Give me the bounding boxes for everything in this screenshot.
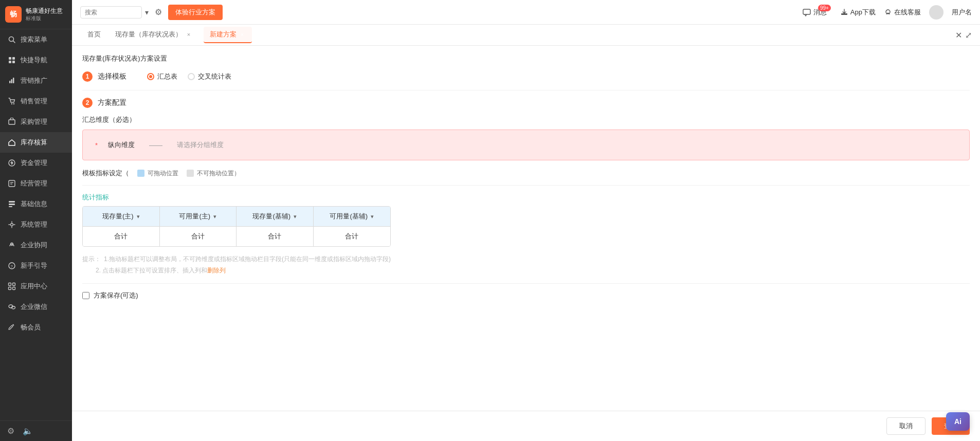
- sidebar-item-marketing[interactable]: 营销推广: [0, 70, 72, 91]
- stats-th-2-dropdown[interactable]: ▾: [294, 213, 297, 220]
- section2-number: 2: [82, 98, 93, 108]
- sidebar-item-warehouse[interactable]: 库存核算: [0, 132, 72, 153]
- tip-2-text: 2. 点击标题栏下拉可设置排序、插入列和删除列: [96, 265, 226, 277]
- stats-th-0-dropdown[interactable]: ▾: [137, 213, 140, 220]
- sidebar-marketing-label: 营销推广: [21, 76, 47, 85]
- sidebar-item-enterprise[interactable]: 企业协同: [0, 235, 72, 255]
- sidebar-guide-label: 新手引导: [21, 261, 47, 270]
- topbar-dropdown-btn[interactable]: ▾: [145, 8, 149, 16]
- sidebar-warehouse-label: 库存核算: [21, 138, 47, 147]
- radio-cross[interactable]: 交叉统计表: [188, 72, 231, 81]
- svg-rect-13: [9, 180, 15, 187]
- sidebar-item-member[interactable]: 畅会员: [0, 317, 72, 338]
- settings-footer-icon[interactable]: ⚙: [7, 426, 14, 436]
- stats-th-0-label: 现存量(主): [102, 212, 134, 221]
- svg-rect-18: [9, 206, 12, 207]
- sidebar-item-quicknav[interactable]: 快捷导航: [0, 50, 72, 70]
- sidebar-item-sales[interactable]: 销售管理: [0, 91, 72, 112]
- svg-point-19: [11, 224, 13, 226]
- quicknav-icon: [7, 56, 16, 65]
- online-support-btn[interactable]: 在线客服: [884, 8, 921, 17]
- sidebar-enterprise-label: 企业协同: [21, 241, 47, 250]
- tabbar: 首页 现存量（库存状况表） × 新建方案 × ✕ ⤢: [72, 25, 980, 46]
- app-logo-icon: 畅: [5, 6, 22, 23]
- stats-th-1-label: 可用量(主): [179, 212, 210, 221]
- tip-1-text: 1.拖动标题栏可以调整布局，不可跨维度或指标区域拖动栏目字段(只能在同一维度或指…: [104, 254, 391, 265]
- non-draggable-box: [187, 170, 194, 177]
- stats-section-title: 统计指标: [82, 193, 970, 202]
- tab-new-plan-close[interactable]: ×: [239, 31, 246, 38]
- topbar-gear-icon[interactable]: ⚙: [155, 7, 162, 17]
- ai-float-button[interactable]: Ai: [946, 412, 970, 431]
- svg-rect-17: [9, 204, 15, 205]
- sidebar-item-management[interactable]: 经营管理: [0, 173, 72, 194]
- sidebar-member-label: 畅会员: [21, 323, 41, 332]
- guide-icon: ?: [7, 261, 16, 270]
- app-download-label: App下载: [850, 8, 876, 17]
- app-download-btn[interactable]: App下载: [840, 8, 876, 17]
- tab-inventory-close[interactable]: ×: [185, 31, 192, 38]
- svg-rect-29: [803, 9, 810, 14]
- message-badge: 99+: [818, 5, 831, 11]
- section-template: 1 选择模板 汇总表 交叉统计表: [82, 71, 970, 82]
- sidebar-basic-info-label: 基础信息: [21, 199, 47, 209]
- svg-rect-2: [9, 57, 11, 60]
- tips-area: 提示： 1.拖动标题栏可以调整布局，不可跨维度或指标区域拖动栏目字段(只能在同一…: [82, 254, 970, 276]
- content-area: 现存量(库存状况表)方案设置 1 选择模板 汇总表 交叉统计表: [72, 46, 980, 411]
- audio-footer-icon[interactable]: 🔈: [23, 426, 33, 436]
- tab-inventory[interactable]: 现存量（库存状况表） ×: [108, 25, 199, 45]
- stats-th-1-dropdown[interactable]: ▾: [213, 213, 216, 220]
- sidebar-item-search[interactable]: 搜索菜单: [0, 29, 72, 50]
- sidebar-item-purchase[interactable]: 采购管理: [0, 112, 72, 132]
- member-icon: [7, 323, 16, 332]
- tab-expand-btn[interactable]: ⤢: [965, 30, 972, 40]
- sidebar-item-finance[interactable]: 资金管理: [0, 153, 72, 173]
- radio-summary[interactable]: 汇总表: [147, 72, 177, 81]
- bottom-bar: 取消 查询: [72, 411, 980, 441]
- cancel-button[interactable]: 取消: [886, 417, 925, 435]
- section2-header: 2 方案配置: [82, 98, 970, 108]
- non-draggable-legend: 不可拖动位置）: [187, 169, 240, 178]
- finance-icon: [7, 158, 16, 168]
- tab-new-plan[interactable]: 新建方案 ×: [204, 27, 252, 43]
- stats-td-0-3: 合计: [314, 227, 391, 246]
- svg-line-1: [13, 41, 15, 43]
- stats-th-2: 现存量(基辅) ▾: [237, 207, 314, 226]
- vertical-dim-label: 纵向维度: [108, 140, 135, 150]
- sidebar-sales-label: 销售管理: [21, 97, 47, 106]
- stats-th-3-dropdown[interactable]: ▾: [371, 213, 374, 220]
- app-name-block: 畅康通好生意 标准版: [26, 7, 63, 23]
- tip-2-highlight: 删除列: [207, 267, 226, 274]
- trial-btn[interactable]: 体验行业方案: [168, 5, 223, 20]
- svg-rect-16: [9, 201, 15, 203]
- sidebar-nav-scroll: 搜索菜单 快捷导航 营销推广 销售管理 采购管理: [0, 29, 72, 420]
- save-option: 方案保存(可选): [82, 291, 970, 300]
- tab-home[interactable]: 首页: [80, 25, 108, 45]
- search-icon: [7, 35, 16, 44]
- sidebar-item-apps[interactable]: 应用中心: [0, 276, 72, 297]
- sidebar-item-system[interactable]: 系统管理: [0, 214, 72, 235]
- tip-1-prefix: 提示：: [82, 254, 101, 265]
- svg-rect-25: [9, 287, 11, 290]
- message-btn[interactable]: 消息 99+: [802, 8, 827, 17]
- sidebar-item-basic-info[interactable]: 基础信息: [0, 194, 72, 214]
- tab-collapse-btn[interactable]: ✕: [955, 30, 962, 40]
- summary-dimension-label: 汇总维度（必选）: [82, 115, 970, 124]
- save-label: 方案保存(可选): [94, 291, 138, 300]
- search-input[interactable]: [80, 6, 142, 19]
- sidebar-footer: ⚙ 🔈: [0, 420, 72, 441]
- radio-cross-circle: [188, 73, 195, 80]
- sidebar-item-guide[interactable]: ? 新手引导: [0, 255, 72, 276]
- tip-2: 2. 点击标题栏下拉可设置排序、插入列和删除列: [82, 265, 970, 277]
- stats-td-0-1: 合计: [160, 227, 237, 246]
- save-checkbox[interactable]: [82, 292, 89, 299]
- sidebar-system-label: 系统管理: [21, 220, 47, 229]
- basic-info-icon: [7, 199, 16, 209]
- sidebar-item-wechat[interactable]: 企业微信: [0, 297, 72, 317]
- topbar: ▾ ⚙ 体验行业方案 消息 99+ App下载 在线客服 用户名: [72, 0, 980, 25]
- svg-rect-4: [9, 61, 11, 63]
- tab-home-label: 首页: [87, 30, 101, 39]
- stats-table: 现存量(主) ▾ 可用量(主) ▾ 现存量(基辅) ▾ 可用量(基辅): [82, 206, 391, 247]
- radio-cross-label: 交叉统计表: [198, 72, 231, 81]
- stats-table-row-0: 合计 合计 合计 合计: [83, 226, 390, 246]
